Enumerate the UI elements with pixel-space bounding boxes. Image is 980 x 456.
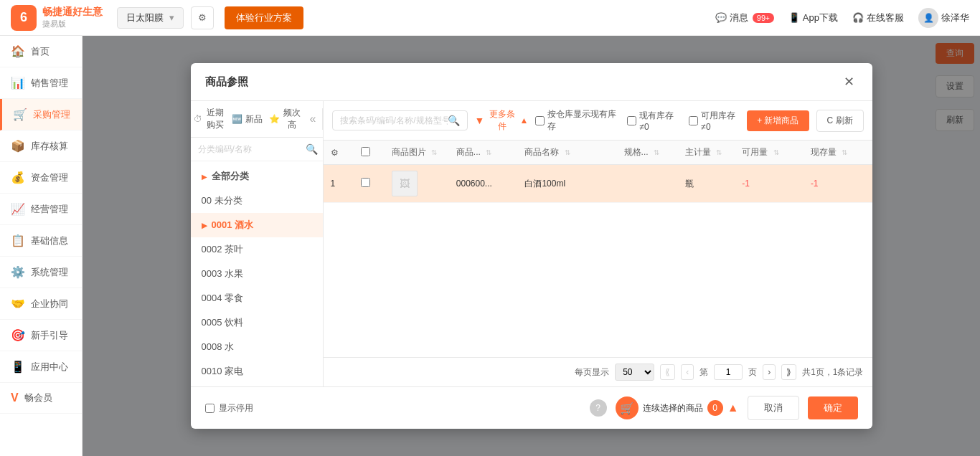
message-item[interactable]: 💬 消息 99+ bbox=[715, 11, 774, 24]
page-last-button[interactable]: ⟫ bbox=[781, 364, 796, 380]
category-item-all[interactable]: ▶ 全部分类 bbox=[191, 164, 323, 189]
category-item-7[interactable]: 0010 家电 bbox=[191, 359, 323, 384]
category-item-1[interactable]: ▶ 0001 酒水 bbox=[191, 213, 323, 237]
product-thumbnail: 🖼 bbox=[392, 171, 418, 196]
collapse-cart-icon[interactable]: ▲ bbox=[727, 402, 739, 414]
category-item-0[interactable]: 00 未分类 bbox=[191, 189, 323, 213]
select-all-checkbox[interactable] bbox=[361, 147, 370, 156]
table-row[interactable]: 1 🖼 bbox=[324, 165, 872, 203]
logo-area: 6 畅捷通好生意 捷易版 bbox=[11, 5, 103, 31]
purchase-icon: 🛒 bbox=[13, 108, 27, 121]
checkbox-item-stock[interactable]: 现有库存≠0 bbox=[627, 110, 678, 132]
product-reference-modal: 商品参照 ✕ ⏱ 近期购买 🆕 bbox=[191, 63, 872, 429]
settings-icon[interactable]: ⚙ bbox=[191, 6, 214, 29]
col-name[interactable]: 商品名称 ⇅ bbox=[517, 141, 616, 165]
headset-icon: 🎧 bbox=[852, 12, 864, 23]
pagination-bar: 每页显示 50 100 200 ⟪ ‹ 第 页 › bbox=[324, 357, 872, 386]
basic-info-icon: 📋 bbox=[11, 234, 25, 247]
sidebar-item-home[interactable]: 🏠 首页 bbox=[0, 36, 82, 67]
cancel-button[interactable]: 取消 bbox=[748, 396, 799, 420]
cart-count: 0 bbox=[707, 400, 723, 416]
checkbox-warehouse[interactable] bbox=[535, 116, 545, 125]
page-number-input[interactable] bbox=[714, 364, 743, 380]
left-sidebar: 🏠 首页 📊 销售管理 🛒 采购管理 📦 库存核算 💰 资金管理 📈 经营管理 … bbox=[0, 36, 83, 456]
checkbox-group: 按仓库显示现有库存 现有库存≠0 可用库存≠0 bbox=[535, 108, 740, 133]
tab-new-products[interactable]: 🆕 新品 bbox=[228, 108, 266, 131]
sort-icon-spec: ⇅ bbox=[654, 148, 659, 156]
sidebar-item-basic-info[interactable]: 📋 基础信息 bbox=[0, 225, 82, 257]
logo-text: 畅捷通好生意 捷易版 bbox=[42, 6, 103, 29]
col-spec[interactable]: 规格... ⇅ bbox=[617, 141, 678, 165]
trial-button[interactable]: 体验行业方案 bbox=[225, 6, 303, 29]
display-disabled-checkbox[interactable]: 显示停用 bbox=[205, 402, 253, 414]
sidebar-item-finance[interactable]: 💰 资金管理 bbox=[0, 162, 82, 194]
col-stock[interactable]: 现存量 ⇅ bbox=[804, 141, 872, 165]
sidebar-item-operations[interactable]: 📈 经营管理 bbox=[0, 194, 82, 225]
category-item-4[interactable]: 0004 零食 bbox=[191, 286, 323, 310]
category-item-2[interactable]: 0002 茶叶 bbox=[191, 237, 323, 262]
sidebar-item-inventory[interactable]: 📦 库存核算 bbox=[0, 130, 82, 162]
table-header-row: ⚙ 商品图片 ⇅ bbox=[324, 141, 872, 165]
cart-area: 🛒 连续选择的商品 0 ▲ bbox=[616, 396, 739, 419]
category-search-input[interactable] bbox=[198, 144, 306, 154]
online-service-item[interactable]: 🎧 在线客服 bbox=[852, 11, 904, 24]
branch-dropdown[interactable]: 日太阳膜 ▾ bbox=[117, 7, 184, 29]
sidebar-item-apps[interactable]: 📱 应用中心 bbox=[0, 351, 82, 383]
filter-button[interactable]: ▼ 更多条件 ▲ bbox=[475, 108, 529, 133]
sidebar-item-enterprise[interactable]: 🤝 企业协同 bbox=[0, 288, 82, 320]
product-search-input[interactable] bbox=[340, 115, 448, 125]
checkbox-item-available[interactable]: 可用库存≠0 bbox=[689, 110, 740, 132]
page-next-button[interactable]: › bbox=[763, 364, 776, 380]
modal-title: 商品参照 bbox=[205, 75, 248, 89]
search-icon[interactable]: 🔍 bbox=[306, 143, 318, 155]
sidebar-item-purchase[interactable]: 🛒 采购管理 bbox=[0, 99, 82, 130]
col-available[interactable]: 可用量 ⇅ bbox=[735, 141, 804, 165]
page-prev-button[interactable]: ‹ bbox=[681, 364, 694, 380]
confirm-button[interactable]: 确定 bbox=[808, 396, 858, 419]
add-product-button[interactable]: + 新增商品 bbox=[747, 110, 809, 131]
col-settings: ⚙ bbox=[324, 141, 354, 165]
cart-icon[interactable]: 🛒 bbox=[616, 396, 639, 419]
page-size-select[interactable]: 50 100 200 bbox=[615, 364, 654, 381]
new-icon: 🆕 bbox=[232, 114, 242, 124]
category-item-3[interactable]: 0003 水果 bbox=[191, 262, 323, 286]
sidebar-item-system[interactable]: ⚙️ 系统管理 bbox=[0, 257, 82, 288]
modal-header: 商品参照 ✕ bbox=[191, 63, 872, 101]
col-code[interactable]: 商品... ⇅ bbox=[449, 141, 518, 165]
system-icon: ⚙️ bbox=[11, 265, 25, 279]
tab-high-frequency[interactable]: ⭐ 频次高 bbox=[266, 101, 304, 137]
message-badge: 99+ bbox=[753, 13, 774, 23]
sidebar-item-guide[interactable]: 🎯 新手引导 bbox=[0, 320, 82, 351]
sort-icon-unit: ⇅ bbox=[716, 148, 722, 156]
footer-right: ? 🛒 连续选择的商品 0 ▲ 取消 确定 bbox=[590, 396, 858, 420]
product-search-icon[interactable]: 🔍 bbox=[448, 115, 460, 126]
col-unit[interactable]: 主计量 ⇅ bbox=[678, 141, 735, 165]
brand-main: 畅捷通好生意 bbox=[42, 6, 103, 19]
disabled-checkbox[interactable] bbox=[205, 404, 215, 413]
modal-close-button[interactable]: ✕ bbox=[841, 73, 858, 90]
help-icon[interactable]: ? bbox=[590, 399, 607, 417]
image-placeholder-icon: 🖼 bbox=[400, 178, 410, 189]
table-settings-icon[interactable]: ⚙ bbox=[331, 148, 339, 158]
col-checkbox bbox=[354, 141, 385, 165]
tab-recent-purchase[interactable]: ⏱ 近期购买 bbox=[191, 101, 229, 137]
sidebar-item-sales[interactable]: 📊 销售管理 bbox=[0, 67, 82, 99]
sidebar-item-member[interactable]: V 畅会员 bbox=[0, 383, 82, 414]
chevron-down-icon: ▾ bbox=[169, 12, 174, 23]
checkbox-item-warehouse[interactable]: 按仓库显示现有库存 bbox=[535, 108, 616, 133]
collapse-button[interactable]: « bbox=[304, 108, 323, 130]
cart-label: 连续选择的商品 bbox=[643, 402, 703, 414]
category-item-6[interactable]: 0008 水 bbox=[191, 335, 323, 359]
category-search: 🔍 bbox=[191, 138, 323, 161]
checkbox-stock[interactable] bbox=[627, 116, 636, 125]
refresh-button[interactable]: C 刷新 bbox=[816, 110, 864, 132]
col-image[interactable]: 商品图片 ⇅ bbox=[385, 141, 449, 165]
home-icon: 🏠 bbox=[11, 44, 25, 58]
checkbox-available[interactable] bbox=[689, 116, 698, 125]
page-first-button[interactable]: ⟪ bbox=[660, 364, 675, 380]
category-item-5[interactable]: 0005 饮料 bbox=[191, 310, 323, 335]
app-download-item[interactable]: 📱 App下载 bbox=[788, 11, 838, 24]
product-search-box: 🔍 bbox=[332, 110, 468, 130]
user-item[interactable]: 👤 徐泽华 bbox=[918, 8, 969, 28]
row-select-checkbox[interactable] bbox=[361, 178, 370, 187]
